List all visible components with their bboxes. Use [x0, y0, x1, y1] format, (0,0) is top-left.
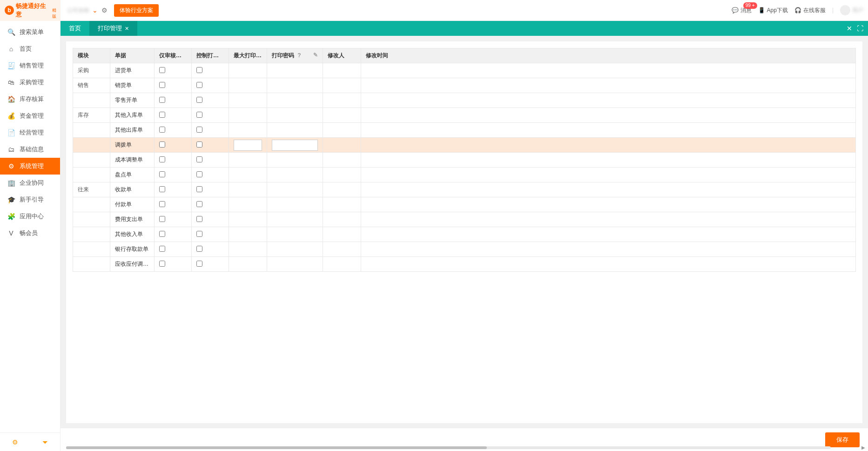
gear-icon[interactable]: ⚙ [101, 7, 108, 14]
tab-active-label: 打印管理 [98, 24, 122, 33]
messages-button[interactable]: 💬 消息 99 + [732, 7, 752, 14]
control-count-checkbox[interactable] [196, 141, 202, 148]
audited-only-cell [155, 78, 192, 93]
control-count-checkbox[interactable] [196, 112, 202, 118]
close-all-icon[interactable]: ✕ [847, 25, 852, 32]
sidebar-item-member[interactable]: V畅会员 [0, 225, 60, 242]
sidebar-item-onboarding[interactable]: 🎓新手引导 [0, 191, 60, 208]
table-row: 成本调整单 [73, 153, 856, 168]
close-icon[interactable]: ✕ [125, 26, 129, 32]
col-control-count: 控制打印次数 [192, 48, 229, 63]
modify-time-cell [361, 242, 856, 257]
max-count-cell [229, 257, 267, 272]
audited-only-cell [155, 153, 192, 168]
app-download-button[interactable]: 📱 App下载 [758, 7, 788, 14]
audited-only-checkbox[interactable] [159, 261, 165, 267]
audited-only-checkbox[interactable] [159, 141, 165, 148]
control-count-checkbox[interactable] [196, 127, 202, 133]
control-count-checkbox[interactable] [196, 201, 202, 207]
messages-badge: 99 + [743, 2, 757, 9]
audited-only-cell [155, 108, 192, 123]
save-button[interactable]: 保存 [825, 432, 860, 447]
audited-only-checkbox[interactable] [159, 246, 165, 252]
sidebar-item-sales-mgmt[interactable]: 🧾销售管理 [0, 57, 60, 74]
table-row: 零售开单 [73, 93, 856, 108]
sidebar-item-label: 畅会员 [20, 229, 38, 237]
sidebar-item-system-mgmt[interactable]: ⚙系统管理 [0, 158, 60, 175]
control-count-checkbox[interactable] [196, 186, 202, 192]
max-count-cell [229, 138, 267, 153]
print-password-cell [267, 123, 323, 138]
audited-only-checkbox[interactable] [159, 82, 165, 88]
control-count-cell [192, 138, 229, 153]
control-count-checkbox[interactable] [196, 261, 202, 267]
sidebar-item-funds-mgmt[interactable]: 💰资金管理 [0, 108, 60, 124]
chat-icon: 💬 [732, 7, 739, 13]
hscroll-track[interactable] [66, 446, 831, 449]
audited-only-checkbox[interactable] [159, 231, 165, 237]
audited-only-checkbox[interactable] [159, 201, 165, 207]
max-count-cell [229, 212, 267, 227]
control-count-checkbox[interactable] [196, 246, 202, 252]
control-count-checkbox[interactable] [196, 216, 202, 222]
audited-only-checkbox[interactable] [159, 67, 165, 73]
sidebar-item-basic-info[interactable]: 🗂基础信息 [0, 141, 60, 158]
audited-only-checkbox[interactable] [159, 127, 165, 133]
cs-label: 在线客服 [803, 7, 826, 14]
audited-only-checkbox[interactable] [159, 112, 165, 118]
company-selector[interactable]: 公司名称 ⌄ [67, 7, 98, 14]
audited-only-checkbox[interactable] [159, 216, 165, 222]
control-count-checkbox[interactable] [196, 97, 202, 103]
print-password-cell [267, 93, 323, 108]
audited-only-checkbox[interactable] [159, 97, 165, 103]
sidebar-footer: ⚙ ⏷ [0, 432, 60, 451]
online-cs-button[interactable]: 🎧 在线客服 [794, 7, 826, 14]
collapse-icon[interactable]: ⏷ [42, 438, 48, 446]
control-count-checkbox[interactable] [196, 231, 202, 237]
audited-only-checkbox[interactable] [159, 171, 165, 177]
modify-time-cell [361, 212, 856, 227]
control-count-cell [192, 242, 229, 257]
fullscreen-icon[interactable]: ⛶ [857, 25, 863, 32]
hscroll-arrow-right-icon[interactable]: ▶ [861, 445, 865, 450]
chevron-down-icon: ⌄ [92, 7, 98, 14]
module-cell [73, 123, 110, 138]
sidebar-item-label: 经营管理 [20, 128, 44, 137]
sidebar-item-app-center[interactable]: 🧩应用中心 [0, 208, 60, 225]
sidebar-item-search-menu[interactable]: 🔍搜索菜单 [0, 24, 60, 40]
settings-icon[interactable]: ⚙ [12, 438, 18, 446]
control-count-cell [192, 168, 229, 182]
max-count-input[interactable] [234, 140, 262, 151]
audited-only-checkbox[interactable] [159, 186, 165, 192]
sidebar-item-enterprise-collab[interactable]: 🏢企业协同 [0, 175, 60, 191]
module-cell [73, 212, 110, 227]
tab-home[interactable]: 首页 [61, 21, 89, 36]
doc-cell: 成本调整单 [110, 153, 155, 168]
tab-print-mgmt[interactable]: 打印管理 ✕ [89, 21, 137, 36]
help-icon[interactable]: ? [297, 52, 301, 59]
user-menu[interactable]: 用户 [840, 5, 863, 15]
col-module: 模块 [73, 48, 110, 63]
sidebar-item-inventory-costing[interactable]: 🏠库存核算 [0, 91, 60, 108]
doc-cell: 费用支出单 [110, 212, 155, 227]
control-count-checkbox[interactable] [196, 67, 202, 73]
company-name: 公司名称 [67, 7, 89, 14]
audited-only-checkbox[interactable] [159, 156, 165, 162]
control-count-checkbox[interactable] [196, 82, 202, 88]
operation-mgmt-icon: 📄 [7, 129, 15, 136]
control-count-checkbox[interactable] [196, 171, 202, 177]
control-count-cell [192, 63, 229, 78]
industry-plan-button[interactable]: 体验行业方案 [114, 4, 159, 17]
sidebar-item-operation-mgmt[interactable]: 📄经营管理 [0, 124, 60, 141]
print-password-input[interactable] [272, 140, 318, 151]
sidebar-item-home[interactable]: ⌂首页 [0, 40, 60, 57]
module-cell: 采购 [73, 63, 110, 78]
control-count-checkbox[interactable] [196, 156, 202, 162]
hscroll-thumb[interactable] [66, 446, 487, 449]
module-cell: 库存 [73, 108, 110, 123]
sidebar-item-purchase-mgmt[interactable]: 🛍采购管理 [0, 74, 60, 91]
audited-only-cell [155, 212, 192, 227]
edit-icon[interactable]: ✎ [313, 52, 318, 58]
control-count-cell [192, 197, 229, 212]
sidebar: 🔍搜索菜单⌂首页🧾销售管理🛍采购管理🏠库存核算💰资金管理📄经营管理🗂基础信息⚙系… [0, 21, 61, 451]
